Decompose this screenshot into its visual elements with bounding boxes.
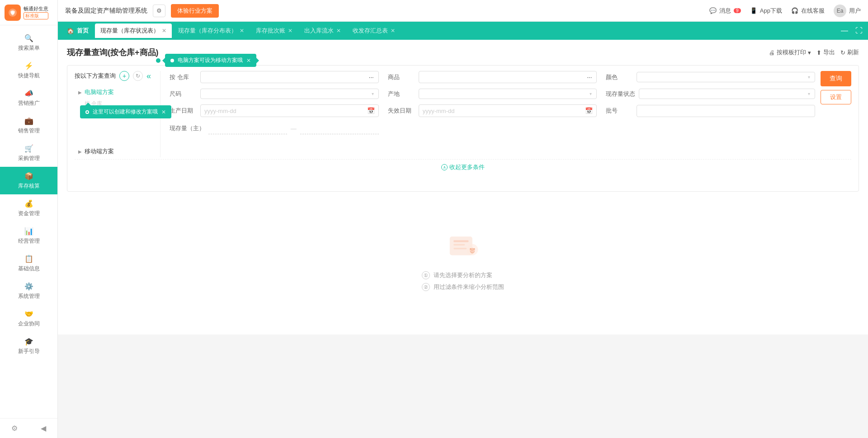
tab-close-icon[interactable]: ✕ xyxy=(391,28,395,34)
purchase-icon: 🛒 xyxy=(24,144,33,153)
scheme-mobile-label: 移动端方案 xyxy=(85,147,114,155)
sidebar-item-label: 快捷导航 xyxy=(18,72,40,80)
back-btn[interactable]: « xyxy=(146,71,151,81)
sidebar-item-finance[interactable]: 💰 资金管理 xyxy=(0,194,57,222)
sidebar-item-label: 资金管理 xyxy=(18,210,40,217)
empty-tip-1: ① 请先选择要分析的方案 xyxy=(422,271,504,279)
tab-close-icon[interactable]: ✕ xyxy=(336,28,341,34)
sidebar-item-label: 采购管理 xyxy=(18,155,40,162)
message-action[interactable]: 💬 消息 9 xyxy=(709,7,741,15)
sidebar-item-marketing[interactable]: 📣 营销推广 xyxy=(0,84,57,112)
sidebar-item-enterprise[interactable]: 🤝 企业协同 xyxy=(0,305,57,332)
scheme-desktop[interactable]: ▶ 电脑端方案 xyxy=(78,86,153,98)
empty-tips: ① 请先选择要分析的方案 ② 用过滤条件来缩小分析范围 xyxy=(422,271,504,291)
sidebar-item-label: 经营管理 xyxy=(18,237,40,245)
origin-label: 产地 xyxy=(388,90,415,98)
create-tooltip-close-btn[interactable]: ✕ xyxy=(161,109,166,115)
dots-icon: ··· xyxy=(369,74,374,80)
app-download-label: App下载 xyxy=(760,7,782,15)
tooltip-dot-empty xyxy=(85,110,89,114)
tab-close-icon[interactable]: ✕ xyxy=(162,28,166,34)
sidebar-item-system[interactable]: ⚙️ 系统管理 xyxy=(0,277,57,305)
range-separator: — xyxy=(291,125,297,132)
stock-status-dropdown-icon: ▾ xyxy=(808,91,810,96)
dots-icon-2: ··· xyxy=(587,74,592,80)
color-select[interactable]: ▾ xyxy=(637,72,815,82)
size-select[interactable]: ▾ xyxy=(200,89,379,99)
user-action[interactable]: Ea 用户 xyxy=(834,5,861,17)
collapse-conditions-btn[interactable]: ∧ 收起更多条件 xyxy=(75,159,851,175)
header-settings-btn[interactable]: ⚙ xyxy=(153,5,165,17)
online-support-action[interactable]: 🎧 在线客服 xyxy=(791,7,825,15)
app-download-action[interactable]: 📱 App下载 xyxy=(750,7,782,15)
batch-input[interactable] xyxy=(637,105,815,117)
settings-icon[interactable]: ⚙ xyxy=(11,424,18,433)
goods-select[interactable]: ··· xyxy=(419,71,597,83)
tab-minimize-icon[interactable]: — xyxy=(839,25,850,36)
home-icon: 🏠 xyxy=(67,28,74,34)
form-item-goods: 商品 ··· xyxy=(388,71,597,83)
print-button[interactable]: 🖨 按模板打印 ▾ xyxy=(769,48,811,57)
sidebar-item-search[interactable]: 🔍 搜索菜单 xyxy=(0,29,57,57)
scheme-desktop-label: 电脑端方案 xyxy=(85,88,114,96)
tab-close-icon[interactable]: ✕ xyxy=(240,28,244,34)
tab-stock-status[interactable]: 现存量（库存状况表） ✕ xyxy=(95,24,172,38)
prod-date-calendar-icon[interactable]: 📅 xyxy=(367,107,375,114)
refresh-scheme-icon[interactable]: ↻ xyxy=(133,71,143,81)
tab-inout[interactable]: 出入库流水 ✕ xyxy=(299,24,346,38)
sidebar-item-purchase[interactable]: 🛒 采购管理 xyxy=(0,139,57,167)
tab-batch[interactable]: 库存批次账 ✕ xyxy=(250,24,298,38)
tip-text-1: 请先选择要分析的方案 xyxy=(434,271,492,279)
origin-select[interactable]: ▾ xyxy=(419,89,597,99)
form-row-4: 现存量（主） — xyxy=(170,122,815,134)
phone-icon: 📱 xyxy=(750,7,757,14)
tab-collect[interactable]: 收发存汇总表 ✕ xyxy=(347,24,401,38)
search-button[interactable]: 查询 xyxy=(821,71,851,86)
experience-button[interactable]: 体验行业方案 xyxy=(171,4,219,18)
sidebar-item-basic[interactable]: 📋 基础信息 xyxy=(0,250,57,277)
expire-date-input[interactable]: yyyy-mm-dd 📅 xyxy=(419,104,597,117)
tab-collect-label: 收发存汇总表 xyxy=(353,27,388,35)
tab-inout-label: 出入库流水 xyxy=(304,27,334,35)
svg-rect-5 xyxy=(453,248,467,249)
empty-state: ① 请先选择要分析的方案 ② 用过滤条件来缩小分析范围 xyxy=(67,192,859,327)
form-area: 按 仓库 ··· 商品 ··· xyxy=(160,71,815,157)
tab-stock-dist[interactable]: 现存量（库存分布表） ✕ xyxy=(173,24,250,38)
tab-close-icon[interactable]: ✕ xyxy=(288,28,292,34)
form-row-1: 按 仓库 ··· 商品 ··· xyxy=(170,71,815,83)
stock-status-select[interactable]: ▾ xyxy=(639,89,815,99)
warehouse-select[interactable]: ··· xyxy=(200,71,379,83)
expire-date-calendar-icon[interactable]: 📅 xyxy=(585,107,593,114)
inventory-icon: 📦 xyxy=(24,171,33,180)
sidebar-item-sales[interactable]: 💼 销售管理 xyxy=(0,112,57,139)
tab-home[interactable]: 🏠 首页 xyxy=(61,24,94,38)
scheme-mobile[interactable]: ▶ 移动端方案 xyxy=(78,146,153,157)
form-item-size: 尺码 ▾ xyxy=(170,89,379,99)
batch-label: 批号 xyxy=(606,107,633,115)
reset-button[interactable]: 设置 xyxy=(821,90,851,104)
export-button[interactable]: ⬆ 导出 xyxy=(816,48,835,57)
add-scheme-btn[interactable]: + xyxy=(119,71,129,81)
tab-fullscreen-icon[interactable]: ⛶ xyxy=(854,25,864,36)
svg-point-7 xyxy=(471,248,474,251)
prod-date-input[interactable]: yyyy-mm-dd 📅 xyxy=(200,104,379,117)
stock-main-min-input[interactable] xyxy=(208,122,287,134)
stock-main-max-input[interactable] xyxy=(300,122,379,134)
tab-home-label: 首页 xyxy=(77,27,89,35)
sidebar-nav: 🔍 搜索菜单 ⚡ 快捷导航 📣 营销推广 💼 销售管理 🛒 采购管理 📦 库存核… xyxy=(0,25,57,418)
tooltip-close-btn[interactable]: ✕ xyxy=(246,57,251,64)
refresh-button[interactable]: ↻ 刷新 xyxy=(840,48,859,57)
sidebar-item-guide[interactable]: 🎓 新手引导 xyxy=(0,332,57,360)
sidebar-item-operations[interactable]: 📊 经营管理 xyxy=(0,222,57,250)
sidebar-item-label: 新手引导 xyxy=(18,348,40,355)
tab-batch-label: 库存批次账 xyxy=(256,27,285,35)
print-label: 按模板打印 xyxy=(777,48,806,57)
message-label: 消息 xyxy=(719,7,731,15)
sidebar-item-quicknav[interactable]: ⚡ 快捷导航 xyxy=(0,57,57,84)
collapse-sidebar-icon[interactable]: ◀ xyxy=(41,424,46,433)
sidebar: 畅通好生意 标准版 🔍 搜索菜单 ⚡ 快捷导航 📣 营销推广 💼 销售管理 🛒 … xyxy=(0,0,58,438)
empty-illustration xyxy=(440,228,486,264)
sidebar-item-inventory[interactable]: 📦 库存核算 xyxy=(0,167,57,194)
page-title: 现存量查询(按仓库+商品) xyxy=(67,47,159,58)
svg-point-8 xyxy=(470,248,471,250)
